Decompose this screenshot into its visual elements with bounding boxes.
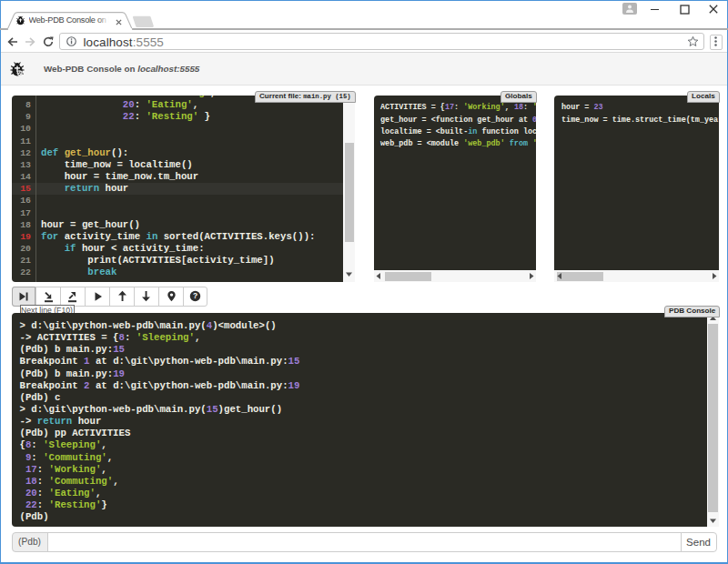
svg-text:?: ? [193,291,197,300]
